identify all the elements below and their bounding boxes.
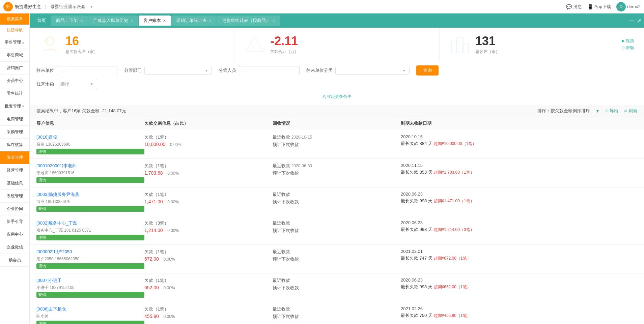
help-btn[interactable]: ⊙ 帮助 (621, 45, 634, 51)
svg-rect-4 (451, 41, 458, 53)
export-btn[interactable]: ⊙ 导出 (605, 108, 619, 114)
sidebar-item-batch-mgmt[interactable]: 批发管理 ▼ (0, 100, 29, 113)
close-tab-customer-account[interactable]: ✕ (163, 19, 166, 23)
due-info-0: 2020.10.15 最长欠款 884 天 超期¥10,000.00（1笔） (401, 134, 637, 147)
debt-amount-row-0: 10,000.00 0.00% (144, 142, 273, 147)
debt-percent-1: 0.00% (167, 171, 179, 176)
customer-name-0[interactable]: [0016]吕俊 (36, 134, 144, 140)
customer-name-4[interactable]: [000002]用户2050 (36, 249, 144, 255)
svg-marker-2 (246, 36, 263, 51)
view-icon: ▶ (622, 38, 625, 43)
message-icon: 💬 (566, 4, 572, 9)
sidebar-item-finance[interactable]: 资金管理 (0, 151, 29, 164)
sidebar-item-purchase[interactable]: 采购管理 (0, 126, 29, 139)
tab-product-history[interactable]: 产成品入库单历史 ✕ (88, 16, 138, 26)
manager-input[interactable]: ... (239, 66, 300, 75)
table-row: [0016]吕俊 吕俊 13026203696 现销 欠款（1笔） 10,000… (30, 130, 644, 159)
sidebar-item-retail-stats[interactable]: 零售统计 (0, 87, 29, 100)
category-select[interactable]: ▼ (335, 67, 410, 75)
maximize-btn[interactable]: ⤢ (637, 18, 641, 24)
recovery-info-6: 最近收款 预计下次收款 (273, 306, 401, 320)
customer-info-0: [0016]吕俊 吕俊 13026203696 现销 (36, 134, 144, 154)
sidebar-item-stock[interactable]: 库存核算 (0, 139, 29, 151)
filter-manager: 分管人员 ... (219, 66, 300, 75)
message-btn[interactable]: 💬 消息 (566, 4, 582, 10)
sidebar-item-marketing[interactable]: 营销推广 (0, 62, 29, 75)
debt-info-6: 欠款（1笔） 455.90 0.00% (144, 306, 273, 319)
filter-row-1: 往来单位 ... 分管部门 ▼ (36, 65, 637, 76)
due-info-3: 2020.06.23 最长欠款 998 天 超期¥1,214.00（3笔） (401, 220, 637, 233)
dept-select[interactable]: ▼ (144, 67, 212, 75)
content-area: 16 总欠款客户（家） ! -2.11 欠 (30, 28, 644, 324)
debt-percent-0: 0.00% (170, 142, 181, 147)
sidebar-item-corp-wechat[interactable]: 企业微信 (0, 241, 29, 254)
close-tab-product-history[interactable]: ✕ (130, 19, 133, 23)
sidebar-item-ops[interactable]: 经营管理 (0, 164, 29, 177)
recovery-info-2: 最近收款 预计下次收款 (273, 192, 401, 205)
filter-category: 往来单位分类 ▼ (306, 67, 410, 75)
customer-info-3: [0002]服务中心_丁磊 服务中心_丁磊 181 0125 8371 现销 (36, 220, 144, 240)
debt-amount-number: -2.11 (270, 34, 299, 48)
customer-name-3[interactable]: [0002]服务中心_丁磊 (36, 220, 144, 226)
recovery-info-4: 最近收款 预计下次收款 (273, 249, 401, 262)
close-tab-import-stats[interactable]: ✕ (272, 19, 275, 23)
customer-info-2: [0003]畅捷服务尹海燕 海燕 18513066976 现销 (36, 192, 144, 212)
recovery-info-0: 最近收款 2020-10-15 预计下次收款 (273, 134, 401, 148)
stat-debtors: 16 总欠款客户（家） (30, 28, 234, 61)
sidebar-item-ecom[interactable]: 电商管理 (0, 113, 29, 126)
sidebar-item-retail-mgmt[interactable]: 零售管理 ▲ (0, 36, 29, 49)
quick-nav[interactable]: 快捷导航 (0, 25, 29, 36)
total-customers-number: 131 (475, 34, 500, 48)
tab-home[interactable]: 首页 (32, 16, 51, 26)
tab-import-stats[interactable]: 进货单统计表（按商品） ✕ (217, 16, 280, 26)
sidebar-item-super-member[interactable]: 畅会员 (0, 254, 29, 267)
customer-tag-0: 现销 (36, 149, 144, 154)
dept-arrow: ▼ (205, 69, 208, 72)
debt-count-4: 欠款（1笔） (144, 249, 273, 255)
refresh-btn[interactable]: ⊙ 刷新 (624, 108, 637, 114)
balance-select[interactable]: 选择... ▼ (57, 79, 97, 89)
sort-arrow: ▼ (595, 109, 600, 114)
customer-name-6[interactable]: [0006]去下粮仓 (36, 306, 144, 312)
customer-phone-5: 小进千 18279152100 (36, 285, 144, 291)
sidebar-item-new-guide[interactable]: 新手引导 (0, 215, 29, 228)
download-icon: 📱 (587, 4, 593, 9)
close-tab-purchase-order-stats[interactable]: ✕ (209, 19, 212, 23)
debt-count-0: 欠款（1笔） (144, 134, 273, 140)
minimize-btn[interactable]: — (629, 18, 634, 24)
filter-balance: 往来余额 选择... ▼ (36, 79, 97, 89)
customer-name-1[interactable]: [0001020001]李老师 (36, 163, 144, 169)
sidebar-item-app-center[interactable]: 应用中心 (0, 228, 29, 241)
top-bar-left: 好 畅捷通好生意 | 母婴行业演示账套 ▼ (3, 2, 93, 11)
due-info-1: 2020.11.15 最长欠款 853 天 超期¥1,703.68（1笔） (401, 163, 637, 175)
tab-purchase-order-stats[interactable]: 采购订单统计表 ✕ (171, 16, 217, 26)
close-tab-product-offsale[interactable]: ✕ (80, 19, 83, 23)
sidebar-search[interactable]: 搜索菜单 (0, 13, 29, 25)
sidebar-item-corp-collab[interactable]: 企业协同 (0, 203, 29, 215)
stat-actions: ▶ 视频 ⊙ 帮助 (621, 38, 634, 51)
app-download-btn[interactable]: 📱 App下载 (587, 4, 611, 10)
search-button[interactable]: 查询 (416, 65, 439, 76)
customer-name-2[interactable]: [0003]畅捷服务尹海燕 (36, 192, 144, 198)
table-row: [0006]去下粮仓 陈小帅 现销 欠款（1笔） 455.90 0.00% (30, 302, 644, 324)
filter-source-unit: 往来单位 ... (36, 66, 117, 75)
customer-phone-6: 陈小帅 (36, 314, 144, 319)
debt-amount-label: 欠款合计（万） (270, 49, 299, 55)
source-unit-input[interactable]: ... (57, 66, 117, 75)
main-layout: 搜索菜单 快捷导航 零售管理 ▲ 零售商城 营销推广 会员中心 零售统计 批发管… (0, 13, 644, 324)
sidebar-item-retail-store[interactable]: 零售商城 (0, 49, 29, 62)
debt-count-1: 欠款（1笔） (144, 163, 273, 169)
top-bar: 好 畅捷通好生意 | 母婴行业演示账套 ▼ 💬 消息 📱 App下载 D dem… (0, 0, 644, 13)
due-info-6: 2021.02.26 最长欠款 750 天 超期¥455.90（1笔） (401, 306, 637, 319)
tab-product-offsale[interactable]: 商品上下架 ✕ (51, 16, 88, 26)
sidebar-item-member[interactable]: 会员中心 (0, 75, 29, 87)
tab-customer-account[interactable]: 客户账本 ✕ (139, 16, 171, 26)
result-summary: 搜索结果中，客户16家 欠款金额 -21,148.07元 (36, 108, 126, 114)
customer-name-5[interactable]: [0007]小进千 (36, 277, 144, 284)
collapse-filters[interactable]: ⋀ 收起更多条件 (36, 92, 637, 101)
sidebar-item-basic[interactable]: 基础信息 (0, 177, 29, 190)
user-avatar[interactable]: D demo2 (616, 2, 641, 11)
view-btn[interactable]: ▶ 视频 (622, 38, 634, 44)
sidebar-item-system[interactable]: 系统管理 (0, 190, 29, 203)
stat-total-customers: 131 总客户（家） ▶ 视频 ⊙ 帮助 (440, 28, 644, 61)
